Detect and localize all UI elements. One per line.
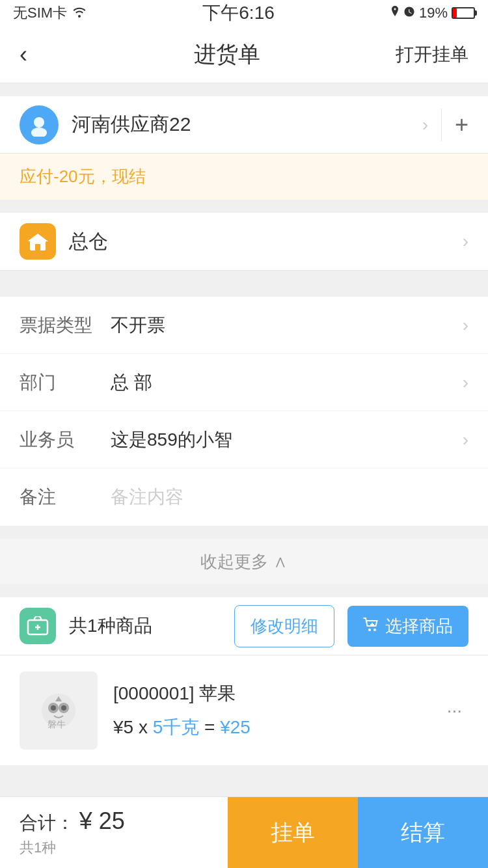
hang-button[interactable]: 挂单 — [228, 797, 358, 869]
page-title: 进货单 — [194, 40, 260, 70]
svg-marker-3 — [27, 234, 48, 241]
quantity: 5千克 — [153, 717, 200, 737]
remark-label: 备注 — [20, 485, 98, 509]
select-product-button[interactable]: 选择商品 — [347, 606, 468, 647]
salesman-row[interactable]: 业务员 这是859的小智 › — [0, 411, 488, 468]
department-label: 部门 — [20, 370, 98, 395]
supplier-notice: 应付-20元，现结 — [0, 154, 488, 200]
product-code: [0000001] — [113, 683, 199, 703]
warehouse-name: 总仓 — [69, 228, 463, 255]
collapse-button[interactable]: 收起更多 ∧ — [0, 539, 488, 584]
product-header: 共1种商品 修改明细 选择商品 — [0, 597, 488, 655]
total-count: 共1种 — [20, 838, 208, 858]
svg-point-16 — [61, 705, 66, 711]
chevron-right-icon: › — [422, 115, 428, 135]
section-gap-3 — [0, 271, 488, 284]
edit-detail-button[interactable]: 修改明细 — [234, 605, 334, 647]
supplier-divider — [441, 109, 442, 141]
salesman-label: 业务员 — [20, 427, 98, 452]
svg-point-1 — [31, 128, 47, 137]
status-right: 19% — [390, 5, 475, 21]
location-icon — [390, 5, 400, 21]
product-price-row: ¥5 x 5千克 = ¥25 — [113, 715, 425, 740]
battery-percentage: 19% — [419, 5, 448, 21]
remark-row[interactable]: 备注 备注内容 — [0, 468, 488, 526]
cart-icon — [363, 616, 380, 636]
open-hang-button[interactable]: 打开挂单 — [396, 42, 468, 67]
svg-point-0 — [34, 117, 44, 128]
form-section: 票据类型 不开票 › 部门 总 部 › 业务员 这是859的小智 › 备注 备注… — [0, 297, 488, 526]
status-bar: 无SIM卡 下午6:16 19% — [0, 0, 488, 26]
supplier-row[interactable]: 河南供应商22 › + — [0, 96, 488, 154]
product-name: [0000001] 苹果 — [113, 681, 425, 706]
salesman-value: 这是859的小智 — [98, 427, 463, 452]
section-gap-2 — [0, 200, 488, 213]
total-value: ¥ 25 — [79, 807, 125, 834]
department-value: 总 部 — [98, 370, 463, 395]
more-button[interactable]: ··· — [441, 694, 468, 727]
department-chevron-icon: › — [463, 372, 468, 393]
subtotal: ¥25 — [220, 717, 251, 737]
department-row[interactable]: 部门 总 部 › — [0, 354, 488, 411]
status-left: 无SIM卡 — [13, 3, 87, 23]
svg-point-9 — [373, 629, 376, 631]
total-amount-row: 合计： ¥ 25 — [20, 807, 208, 835]
remark-input[interactable]: 备注内容 — [98, 485, 468, 509]
salesman-chevron-icon: › — [463, 429, 468, 450]
warehouse-icon — [20, 223, 56, 260]
select-product-label: 选择商品 — [385, 615, 453, 638]
back-button[interactable]: ‹ — [20, 41, 59, 68]
add-supplier-button[interactable]: + — [455, 111, 468, 139]
invoice-type-value: 不开票 — [98, 313, 463, 338]
svg-rect-4 — [35, 244, 40, 251]
product-title: 苹果 — [199, 683, 236, 703]
alarm-icon — [403, 5, 415, 21]
checkout-button[interactable]: 结算 — [358, 797, 488, 869]
product-icon — [20, 608, 56, 644]
wifi-icon — [72, 5, 87, 21]
total-label: 合计： — [20, 813, 74, 833]
supplier-name: 河南供应商22 — [72, 111, 422, 138]
supplier-avatar — [20, 105, 59, 144]
product-count: 共1种商品 — [69, 614, 221, 638]
warehouse-section: 总仓 › — [0, 213, 488, 271]
svg-point-8 — [368, 629, 371, 631]
svg-text:磐牛: 磐牛 — [47, 719, 66, 729]
bottom-bar: 合计： ¥ 25 共1种 挂单 结算 — [0, 796, 488, 868]
invoice-type-label: 票据类型 — [20, 313, 98, 338]
battery-icon — [452, 7, 475, 19]
invoice-type-row[interactable]: 票据类型 不开票 › — [0, 297, 488, 354]
warehouse-row[interactable]: 总仓 › — [0, 213, 488, 270]
invoice-chevron-icon: › — [463, 315, 468, 336]
carrier-text: 无SIM卡 — [13, 3, 67, 23]
nav-bar: ‹ 进货单 打开挂单 — [0, 26, 488, 83]
product-info: [0000001] 苹果 ¥5 x 5千克 = ¥25 — [113, 681, 425, 740]
supplier-section: 河南供应商22 › + 应付-20元，现结 — [0, 96, 488, 200]
total-section: 合计： ¥ 25 共1种 — [0, 807, 228, 858]
section-gap-1 — [0, 83, 488, 96]
svg-point-15 — [51, 705, 56, 711]
equals: = — [199, 717, 220, 737]
product-item: 磐牛 [0000001] 苹果 ¥5 x 5千克 = ¥25 ··· — [0, 656, 488, 765]
status-time: 下午6:16 — [202, 1, 275, 25]
product-thumbnail: 磐牛 — [20, 671, 98, 750]
unit-price: ¥5 x — [113, 717, 153, 737]
warehouse-chevron-icon: › — [463, 231, 468, 252]
